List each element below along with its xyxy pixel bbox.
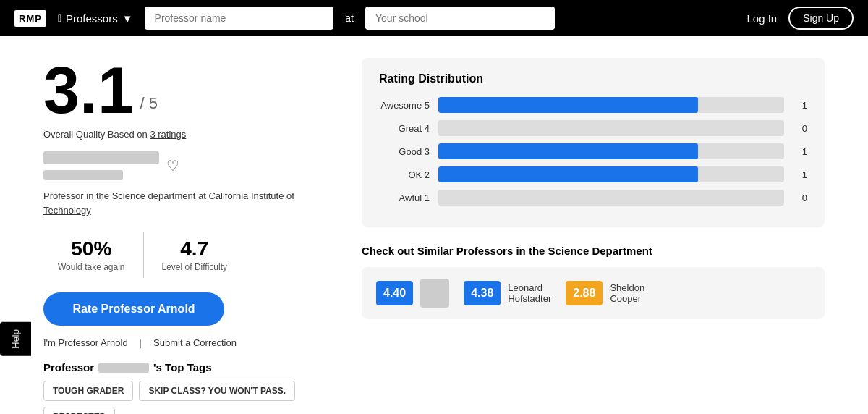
level-difficulty-label: Level of Difficulty	[162, 262, 228, 272]
tag-tough-grader: TOUGH GRADER	[43, 381, 133, 401]
professors-menu-label: Professors	[66, 12, 118, 25]
apple-icon: 	[58, 12, 61, 24]
dist-row-ok: OK 2 1	[379, 166, 807, 182]
dist-bar-awesome-fill	[438, 97, 698, 113]
professor-name-blurred-2	[98, 363, 149, 373]
ratings-link[interactable]: 3 ratings	[150, 129, 186, 140]
left-panel: 3.1 / 5 Overall Quality Based on 3 ratin…	[43, 58, 318, 414]
signup-button[interactable]: Sign Up	[788, 7, 854, 30]
level-difficulty-value: 4.7	[162, 237, 228, 261]
dist-bar-good-fill	[438, 143, 698, 159]
overall-rating: 3.1	[43, 58, 134, 123]
similar-name-1: LeonardHofstadter	[508, 282, 551, 304]
right-panel: Rating Distribution Awesome 5 1 Great 4 …	[362, 58, 825, 414]
tag-respected: RESPECTED	[43, 407, 115, 414]
dist-bar-awesome-bg	[438, 97, 784, 113]
dist-label-awful: Awful 1	[379, 193, 430, 203]
tag-skip-class: SKIP CLASS? YOU WON'T PASS.	[139, 381, 295, 401]
dist-bar-awful-bg	[438, 190, 784, 206]
dist-count-awesome: 1	[793, 100, 807, 111]
would-take-again-stat: 50% Would take again	[43, 232, 140, 278]
department-link[interactable]: Science department	[112, 190, 196, 201]
dist-bar-great-bg	[438, 120, 784, 136]
similar-prof-1[interactable]: 4.38 LeonardHofstadter	[464, 281, 551, 305]
similar-score-2: 2.88	[566, 281, 603, 305]
at-label: at	[345, 12, 354, 24]
rating-distribution-title: Rating Distribution	[379, 72, 807, 85]
similar-score-0: 4.40	[376, 281, 413, 305]
bookmark-icon[interactable]: ♡	[166, 157, 179, 174]
search-professor-input[interactable]	[145, 7, 334, 30]
dist-bar-good-bg	[438, 143, 784, 159]
would-take-again-label: Would take again	[58, 262, 125, 272]
im-professor-link[interactable]: I'm Professor Arnold	[43, 337, 128, 348]
stat-divider	[143, 232, 144, 278]
dist-count-ok: 1	[793, 169, 807, 180]
dist-label-awesome: Awesome 5	[379, 100, 430, 111]
submit-correction-link[interactable]: Submit a Correction	[153, 337, 237, 348]
top-tags-title: Professor 's Top Tags	[43, 361, 318, 373]
login-button[interactable]: Log In	[746, 12, 777, 25]
professor-desc: Professor in the Science department at C…	[43, 189, 318, 217]
overall-quality-label: Overall Quality Based on 3 ratings	[43, 129, 318, 140]
dist-row-great: Great 4 0	[379, 120, 807, 136]
rating-distribution-box: Rating Distribution Awesome 5 1 Great 4 …	[362, 58, 825, 227]
dist-row-awful: Awful 1 0	[379, 190, 807, 206]
dist-bar-ok-fill	[438, 166, 698, 182]
name-bookmark-row: ♡	[43, 151, 318, 180]
dist-count-great: 0	[793, 123, 807, 134]
navbar: RMP  Professors ▼ at Log In Sign Up	[0, 0, 868, 36]
chevron-down-icon: ▼	[122, 12, 133, 25]
rating-display: 3.1 / 5	[43, 58, 318, 123]
similar-professors-title: Check out Similar Professors in the Scie…	[362, 245, 825, 257]
professor-subtitle-blurred	[43, 170, 123, 180]
help-button[interactable]: Help	[0, 322, 31, 356]
dist-label-great: Great 4	[379, 123, 430, 134]
top-tags: TOUGH GRADER SKIP CLASS? YOU WON'T PASS.…	[43, 381, 318, 414]
dist-count-awful: 0	[793, 193, 807, 203]
stats-row: 50% Would take again 4.7 Level of Diffic…	[43, 232, 318, 278]
professor-name-blurred	[43, 151, 159, 164]
dist-label-ok: OK 2	[379, 169, 430, 180]
similar-score-1: 4.38	[464, 281, 501, 305]
professors-menu[interactable]:  Professors ▼	[58, 12, 133, 25]
rating-out-of: / 5	[140, 94, 158, 112]
similar-name-2: SheldonCooper	[610, 282, 644, 304]
dist-label-good: Good 3	[379, 146, 430, 157]
rate-professor-button[interactable]: Rate Professor Arnold	[43, 292, 224, 326]
dist-bar-ok-bg	[438, 166, 784, 182]
dist-count-good: 1	[793, 146, 807, 157]
similar-avatar-0	[420, 279, 449, 308]
main-content: 3.1 / 5 Overall Quality Based on 3 ratin…	[0, 36, 868, 414]
action-links-divider: |	[140, 337, 142, 348]
level-difficulty-stat: 4.7 Level of Difficulty	[148, 232, 242, 278]
action-links: I'm Professor Arnold | Submit a Correcti…	[43, 337, 318, 348]
similar-prof-0[interactable]: 4.40	[376, 279, 449, 308]
search-school-input[interactable]	[365, 7, 555, 30]
dist-row-awesome: Awesome 5 1	[379, 97, 807, 113]
logo[interactable]: RMP	[14, 10, 46, 27]
would-take-again-value: 50%	[58, 237, 125, 261]
dist-row-good: Good 3 1	[379, 143, 807, 159]
similar-prof-2[interactable]: 2.88 SheldonCooper	[566, 281, 644, 305]
similar-professors-box: 4.40 4.38 LeonardHofstadter 2.88 Sheldon…	[362, 267, 825, 319]
